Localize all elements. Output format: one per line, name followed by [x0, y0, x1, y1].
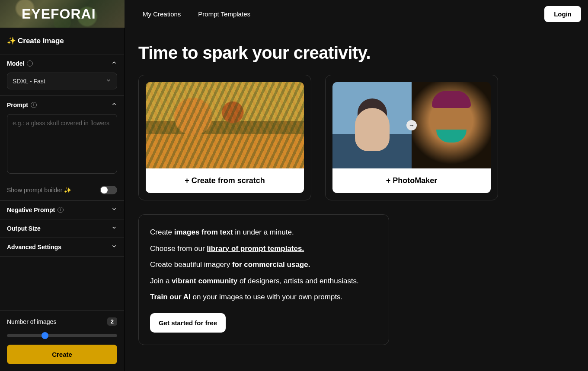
get-started-button[interactable]: Get started for free	[150, 313, 226, 333]
model-select[interactable]: SDXL - Fast	[7, 73, 117, 89]
info-icon[interactable]: i	[31, 102, 37, 108]
output-size-section: Output Size	[0, 219, 124, 238]
num-images-label: Number of images	[7, 318, 56, 325]
create-from-scratch-card[interactable]: + Create from scratch	[138, 75, 311, 200]
info-icon[interactable]: i	[58, 207, 64, 213]
nav-my-creations[interactable]: My Creations	[143, 10, 181, 18]
sidebar: ✨Create image Model i SDXL - Fast	[0, 28, 125, 371]
brand-logo-text[interactable]: EYEFORAI	[22, 6, 96, 22]
feature-line-1: Create images from text in under a minut…	[150, 227, 377, 238]
prompt-label: Prompt	[7, 101, 28, 108]
photomaker-card-label: + PhotoMaker	[332, 168, 491, 193]
login-button[interactable]: Login	[544, 6, 581, 22]
advanced-settings-label: Advanced Settings	[7, 244, 61, 251]
negative-prompt-section: Negative Prompt i	[0, 201, 124, 219]
creation-cards-row: + Create from scratch → + PhotoMaker	[138, 75, 574, 200]
num-images-row: Number of images 2	[7, 317, 117, 326]
chevron-up-icon	[111, 60, 117, 67]
chevron-up-icon	[111, 101, 117, 109]
photomaker-after-image	[412, 82, 491, 168]
prompt-builder-label: Show prompt builder ✨	[7, 187, 71, 193]
prompt-builder-toggle[interactable]	[100, 186, 117, 194]
prompt-section-header[interactable]: Prompt i	[0, 96, 124, 114]
num-images-value: 2	[107, 317, 117, 326]
feature-line-5: Train our AI on your images to use with …	[150, 292, 377, 303]
top-bar: EYEFORAI My Creations Prompt Templates L…	[0, 0, 588, 28]
create-button[interactable]: Create	[7, 345, 117, 364]
chevron-down-icon	[111, 243, 117, 251]
advanced-settings-header[interactable]: Advanced Settings	[0, 238, 124, 256]
main-content: Time to spark your creativity. + Create …	[125, 28, 588, 371]
create-image-label: Create image	[18, 37, 64, 45]
negative-prompt-header[interactable]: Negative Prompt i	[0, 201, 124, 219]
nav-prompt-templates[interactable]: Prompt Templates	[198, 10, 250, 18]
sparkle-icon: ✨	[7, 37, 16, 45]
photomaker-card-image: →	[332, 82, 491, 168]
scratch-card-label: + Create from scratch	[146, 168, 304, 193]
sidebar-bottom: Number of images 2 Create	[0, 310, 124, 371]
features-box: Create images from text in under a minut…	[138, 214, 389, 345]
photomaker-card[interactable]: → + PhotoMaker	[325, 75, 498, 200]
output-size-header[interactable]: Output Size	[0, 219, 124, 238]
feature-line-2: Choose from our library of prompt templa…	[150, 243, 377, 254]
chevron-down-icon	[111, 206, 117, 214]
prompt-section: Prompt i Show prompt builder ✨	[0, 96, 124, 201]
arrow-right-icon: →	[406, 120, 417, 130]
model-section-header[interactable]: Model i	[0, 54, 124, 73]
chevron-down-icon	[111, 225, 117, 232]
page-title: Time to spark your creativity.	[138, 28, 574, 75]
create-image-header: ✨Create image	[0, 28, 124, 54]
brand-area: EYEFORAI	[0, 0, 125, 28]
top-nav: My Creations Prompt Templates	[125, 10, 250, 18]
feature-line-3: Create beautiful imagery for commercial …	[150, 259, 377, 270]
model-selected-value: SDXL - Fast	[13, 78, 45, 85]
advanced-settings-section: Advanced Settings	[0, 238, 124, 257]
prompt-builder-row: Show prompt builder ✨	[0, 181, 124, 200]
chevron-down-icon	[105, 77, 112, 85]
scratch-card-image	[146, 82, 304, 168]
photomaker-before-image	[332, 82, 412, 168]
output-size-label: Output Size	[7, 225, 41, 232]
model-label: Model	[7, 60, 24, 67]
model-section: Model i SDXL - Fast	[0, 54, 124, 96]
negative-prompt-label: Negative Prompt	[7, 206, 55, 213]
prompt-templates-link[interactable]: library of prompt templates.	[207, 244, 304, 253]
templates-heading: Start from a template	[138, 369, 574, 371]
num-images-slider[interactable]	[7, 334, 117, 337]
feature-line-4: Join a vibrant community of designers, a…	[150, 276, 377, 287]
prompt-input[interactable]	[7, 114, 117, 174]
info-icon[interactable]: i	[27, 60, 33, 67]
